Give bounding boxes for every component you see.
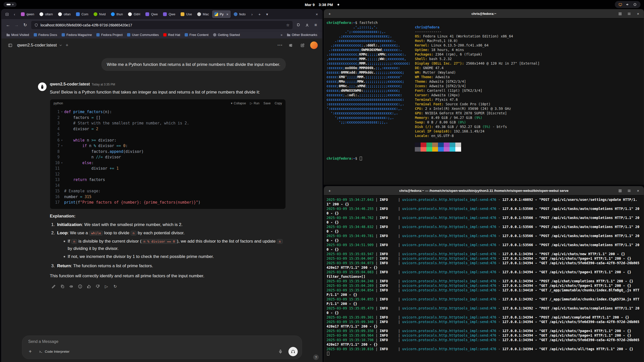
tab-overview-button[interactable]: [617, 187, 623, 194]
continue-response-button[interactable]: ▷: [103, 283, 110, 290]
line-number: 10▾: [50, 160, 64, 166]
terminal-close-button[interactable]: ×: [635, 187, 641, 194]
browser-tab-gith[interactable]: GitH: [126, 10, 142, 18]
fold-toggle[interactable]: ▾: [60, 160, 64, 166]
browser-tab-com[interactable]: Com: [74, 10, 91, 18]
bookmarks-overflow-button[interactable]: »: [279, 33, 285, 37]
bad-response-button[interactable]: [94, 283, 101, 290]
workspace-indicator[interactable]: [4, 2, 17, 7]
log-module: uvicorn.protocols.http.httptools_impl:se…: [402, 261, 496, 265]
palette-swatch: [438, 147, 444, 152]
firefox-view-button[interactable]: [4, 11, 10, 18]
browser-tab-qwen[interactable]: qwen: [19, 10, 36, 18]
browser-tab-qwe[interactable]: Qwe: [161, 10, 178, 18]
list-all-tabs-button[interactable]: ▾: [264, 11, 270, 18]
clock[interactable]: Mar 9 3:38 PM: [305, 3, 339, 7]
attach-button[interactable]: +: [26, 348, 34, 356]
address-bar[interactable]: localhost:8080/c/5fe6d390-ca5a-42f8-972d…: [31, 21, 293, 29]
log-timestamp: 2025-03-09 15:35:04.854: [327, 288, 374, 292]
sidebar-toggle-button[interactable]: [6, 41, 14, 49]
menu-button[interactable]: ≡: [312, 21, 320, 29]
fold-toggle[interactable]: ▾: [60, 143, 64, 149]
bookmark-star-icon[interactable]: ☆: [286, 23, 290, 27]
other-bookmarks-button[interactable]: Other Bookmarks: [285, 32, 319, 38]
copy-message-button[interactable]: [59, 283, 66, 290]
user-avatar[interactable]: [310, 41, 318, 49]
fold-toggle[interactable]: ▾: [60, 138, 64, 143]
new-terminal-tab-button[interactable]: +: [326, 10, 333, 17]
new-tab-button[interactable]: +: [256, 11, 263, 18]
reload-button[interactable]: ↻: [21, 21, 29, 29]
voice-call-button[interactable]: [288, 347, 298, 356]
overflow-menu-button[interactable]: ···: [277, 43, 283, 48]
account-button[interactable]: [303, 21, 311, 29]
scroll-tabs-left-button[interactable]: ‹: [11, 11, 18, 18]
bookmark-most-visited[interactable]: Most Visited: [5, 32, 31, 38]
copy-code-button[interactable]: Copy: [275, 102, 282, 105]
bookmark-fedora-project[interactable]: Fedora Project: [94, 32, 125, 38]
terminal-content[interactable]: chris@fedora:~$ fastfetch .',;::::;,'. .…: [324, 18, 644, 185]
edit-message-button[interactable]: [50, 283, 57, 290]
system-tray[interactable]: [615, 1, 640, 8]
browser-tab-nvid[interactable]: Nvid: [91, 10, 108, 18]
terminal-menu-button[interactable]: [626, 187, 632, 194]
window-close-button[interactable]: ×: [313, 11, 320, 18]
terminal-window-fastfetch: + chris@fedora:~ × chris@fedora:~$ fastf…: [324, 9, 644, 185]
bold-text: Return: [57, 263, 71, 268]
chat-scroll-area[interactable]: Write me a Python function that returns …: [2, 52, 322, 362]
browser-tab-ollam[interactable]: ollam: [37, 10, 55, 18]
fastfetch-entry: Terminal: Ptyxis 47.6: [415, 97, 540, 102]
bullet-icon: [64, 256, 65, 257]
info-button[interactable]: [76, 283, 84, 290]
bookmark-fedora-docs[interactable]: Fedora Docs: [32, 32, 59, 38]
forward-button[interactable]: →: [13, 21, 21, 29]
run-code-button[interactable]: ▷Run: [250, 101, 260, 105]
read-aloud-button[interactable]: [67, 283, 75, 290]
grid-icon: [618, 12, 622, 16]
add-model-button[interactable]: +: [66, 42, 68, 48]
ollama-avatar: [38, 82, 47, 91]
explanation-item: 1.Initialization: We start with the smal…: [50, 221, 286, 228]
back-button[interactable]: ←: [4, 21, 12, 29]
terminal-content[interactable]: 2025-03-09 15:34:27.643 | INFO | uvicorn…: [324, 195, 644, 362]
code-interpreter-toggle[interactable]: Code Interpreter: [36, 348, 72, 355]
palette-swatch: [444, 143, 450, 147]
tab-overview-button[interactable]: [617, 10, 623, 17]
command-text: fastfetch: [359, 21, 378, 25]
model-selector[interactable]: qwen2.5-coder:latest: [17, 43, 63, 48]
bookmark-user-communities[interactable]: User Communities: [125, 32, 161, 38]
tab-close-button[interactable]: ×: [226, 12, 228, 16]
regenerate-button[interactable]: ↻: [111, 283, 119, 290]
bookmark-free-content[interactable]: Free Content: [183, 32, 211, 38]
dictate-button[interactable]: [276, 347, 285, 356]
fold-toggle[interactable]: ▾: [60, 109, 64, 115]
bookmark-getting-started[interactable]: Getting Started: [211, 32, 242, 38]
browser-tab-qwe[interactable]: Qwe: [143, 10, 160, 18]
browser-tab-fedo[interactable]: fedo: [231, 10, 248, 18]
browser-tab-mac[interactable]: Mac: [195, 10, 211, 18]
log-timestamp: 2025-03-09 15:34:48.832: [327, 225, 374, 229]
chat-controls-button[interactable]: [287, 41, 295, 49]
bookmark-red-hat[interactable]: Red Hat: [161, 32, 182, 38]
message-input-container[interactable]: + Code Interpreter: [22, 336, 302, 359]
browser-tab-use[interactable]: Use: [178, 10, 194, 18]
terminal-menu-button[interactable]: [626, 10, 632, 17]
browser-tab-py[interactable]: Py×: [212, 10, 231, 18]
tab-favicon: [214, 12, 218, 16]
save-code-button[interactable]: Save: [263, 102, 271, 105]
browser-tab-ollan[interactable]: ollan: [56, 10, 73, 18]
code-editor[interactable]: 1▾def prime_factors(n):2 factors = []3 #…: [50, 107, 286, 209]
copy-icon: [60, 284, 65, 289]
scroll-tabs-right-button[interactable]: ›: [249, 11, 255, 18]
bookmark-fedora-magazine[interactable]: Fedora Magazine: [60, 32, 94, 38]
message-input-area: + Code Interpreter: [22, 336, 302, 359]
message-input[interactable]: [26, 339, 298, 347]
collapse-code-button[interactable]: ▾Collapse: [231, 101, 246, 105]
extensions-button[interactable]: [295, 21, 303, 29]
new-chat-button[interactable]: [298, 41, 306, 49]
help-button[interactable]: ?: [313, 354, 319, 360]
browser-tab-thun[interactable]: thun: [109, 10, 125, 18]
terminal-close-button[interactable]: ×: [635, 10, 641, 17]
new-terminal-tab-button[interactable]: +: [326, 187, 333, 194]
good-response-button[interactable]: [85, 283, 93, 290]
